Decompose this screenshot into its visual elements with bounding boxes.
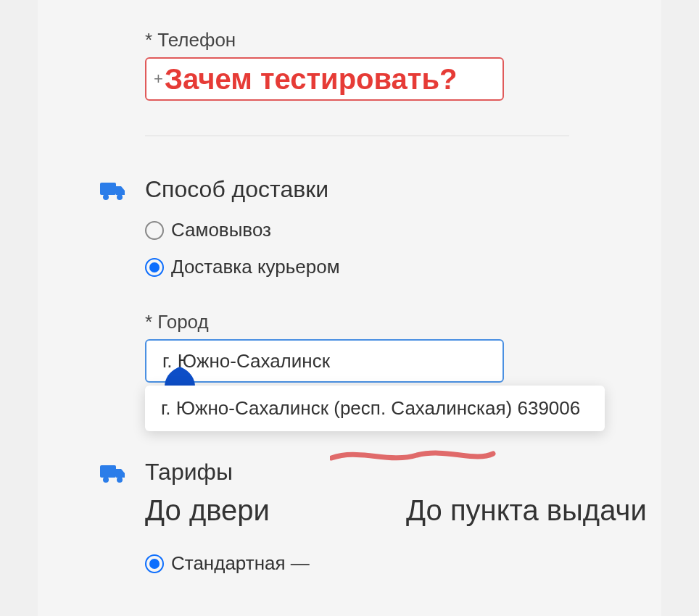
svg-rect-0 [100,183,116,195]
radio-standard[interactable]: Стандартная — [145,552,334,575]
svg-point-1 [103,194,109,200]
truck-icon [100,463,126,485]
city-suggestion[interactable]: г. Южно-Сахалинск (респ. Сахалинская) 63… [161,397,589,420]
city-input[interactable] [145,339,504,383]
city-label: * Город [145,311,504,333]
svg-point-5 [117,477,123,483]
phone-label: * Телефон [145,0,661,51]
svg-rect-3 [100,465,116,478]
tariffs-title: Тарифы [145,459,647,486]
city-dropdown: г. Южно-Сахалинск (респ. Сахалинская) 63… [145,386,605,431]
radio-pickup[interactable]: Самовывоз [145,219,504,241]
svg-point-2 [117,194,123,200]
divider [145,136,569,136]
phone-prefix: + [154,70,163,88]
phone-input[interactable]: + Зачем тестировать? [145,57,504,101]
annotation-text: Зачем тестировать? [165,63,457,96]
svg-point-4 [103,477,109,483]
radio-icon [145,258,164,277]
radio-icon [145,221,164,240]
truck-icon [100,180,126,202]
tariff-heading-door: До двери [145,494,334,527]
radio-label: Самовывоз [171,219,271,241]
radio-courier[interactable]: Доставка курьером [145,256,504,278]
radio-label: Доставка курьером [171,256,340,278]
tariff-option-label: Стандартная — [171,552,310,575]
radio-icon [145,554,164,573]
tariff-heading-pickup: До пункта выдачи [406,494,647,527]
delivery-title: Способ доставки [145,176,504,203]
